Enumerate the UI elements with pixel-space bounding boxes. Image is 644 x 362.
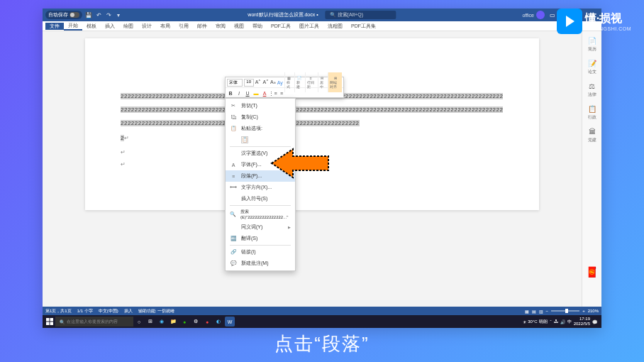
- mini-font-select[interactable]: 宋体: [227, 79, 243, 87]
- menu-insert-symbol[interactable]: 插入符号(S): [226, 193, 295, 204]
- tab-references[interactable]: 引用: [174, 23, 193, 30]
- menu-paste[interactable]: 📋粘贴选项:: [226, 123, 295, 134]
- mini-size-select[interactable]: 10: [244, 79, 253, 87]
- menu-comment[interactable]: 💬新建批注(M): [226, 258, 295, 269]
- menu-synonyms[interactable]: 同义词(Y)▶: [226, 221, 295, 233]
- status-page[interactable]: 第1页，共1页: [45, 308, 72, 314]
- tab-pdf[interactable]: PDF工具: [267, 23, 295, 30]
- tray-vol-icon[interactable]: 🔊: [560, 319, 565, 324]
- wechat-icon[interactable]: ●: [179, 317, 189, 327]
- taskview-icon[interactable]: ⊞: [145, 317, 155, 327]
- status-insert[interactable]: 插入: [124, 308, 133, 314]
- word-task-icon[interactable]: W: [225, 317, 235, 327]
- status-lang[interactable]: 中文(中国): [99, 308, 118, 314]
- weather-widget[interactable]: ☀ 30°C 晴朗: [523, 319, 547, 325]
- record-icon[interactable]: ●: [202, 317, 212, 327]
- paste-keep-icon[interactable]: 📋: [241, 136, 248, 143]
- qat-more-icon[interactable]: ▾: [115, 11, 122, 18]
- svg-rect-0: [46, 318, 50, 322]
- tab-mailings[interactable]: 邮件: [193, 23, 211, 30]
- bullets-icon[interactable]: ⋮≡: [270, 89, 277, 97]
- page[interactable]: 2222222222222222222222222222222222222222…: [85, 38, 539, 210]
- tab-insert[interactable]: 插入: [101, 23, 119, 30]
- zoom-in-icon[interactable]: +: [582, 309, 585, 313]
- gift-icon[interactable]: 🧧: [586, 266, 598, 278]
- menu-reconvert[interactable]: 汉字重选(V): [226, 148, 295, 159]
- italic-icon[interactable]: I: [235, 89, 243, 97]
- toggle-icon: [70, 12, 79, 18]
- settings-icon[interactable]: ⚙: [191, 317, 201, 327]
- mini-spacing-group[interactable]: ≡行间距: [305, 72, 316, 92]
- svg-rect-3: [50, 322, 54, 326]
- paste-icon: 📋: [230, 125, 237, 132]
- menu-paragraph[interactable]: ≡段落(P)...: [226, 170, 295, 182]
- menu-translate[interactable]: 🔤翻译(S): [226, 233, 295, 244]
- grow-font-icon[interactable]: A˄: [255, 79, 262, 87]
- format-painter-icon[interactable]: Aₐ: [270, 79, 276, 87]
- styles-icon[interactable]: Ay: [277, 79, 283, 87]
- panel-item-paper[interactable]: 📝论文: [585, 58, 599, 75]
- auto-save-toggle[interactable]: 自动保存: [45, 11, 82, 19]
- menu-paste-options[interactable]: 📋: [226, 134, 295, 146]
- clock[interactable]: 17:192022/5/5: [574, 317, 590, 327]
- mini-align-group[interactable]: ⊞两端对齐: [328, 72, 342, 92]
- redo-icon[interactable]: ↷: [105, 11, 112, 18]
- zoom-out-icon[interactable]: −: [546, 309, 549, 313]
- edge-icon[interactable]: ◉: [157, 317, 167, 327]
- zoom-level[interactable]: 210%: [588, 309, 599, 313]
- bold-icon[interactable]: B: [227, 89, 234, 97]
- highlight-icon[interactable]: ▬: [252, 89, 260, 97]
- underline-icon[interactable]: U: [244, 89, 251, 97]
- view-web-icon[interactable]: ▥: [539, 309, 543, 314]
- cortana-icon[interactable]: ○: [134, 317, 144, 327]
- title-bar: 自动保存 💾 ↶ ↷ ▾ word默认行缩进怎么设置.docx • 🔍 搜索(A…: [43, 9, 601, 21]
- numbering-icon[interactable]: ≡: [278, 89, 285, 97]
- start-button[interactable]: [44, 316, 55, 327]
- zoom-slider[interactable]: [551, 310, 579, 312]
- tray-ime-icon[interactable]: 中: [567, 319, 572, 325]
- font-color-icon[interactable]: A: [261, 89, 268, 97]
- watermark: 懂·损视 51DONGSHI.COM: [557, 9, 631, 34]
- menu-copy[interactable]: ⿻复制(C): [226, 111, 295, 123]
- menu-cut[interactable]: ✂剪切(T): [226, 100, 295, 111]
- tray-up-icon[interactable]: ˄: [550, 319, 552, 324]
- menu-search[interactable]: 🔍搜索(E)"222222222222222...": [226, 207, 295, 221]
- mini-new-group[interactable]: 📄新建: [294, 72, 303, 92]
- shrink-font-icon[interactable]: A˅: [262, 79, 269, 87]
- tab-file[interactable]: 文件: [45, 23, 64, 30]
- tab-review[interactable]: 审阅: [211, 23, 230, 30]
- undo-icon[interactable]: ↶: [95, 11, 102, 18]
- save-icon[interactable]: 💾: [85, 11, 92, 18]
- taskbar-search[interactable]: 🔍 在这里输入你要搜索的内容: [55, 317, 133, 327]
- tab-flow[interactable]: 流程图: [323, 23, 347, 30]
- tab-layout[interactable]: 布局: [156, 23, 174, 30]
- tab-draw[interactable]: 绘图: [119, 23, 138, 30]
- menu-font[interactable]: A字体(F)...: [226, 159, 295, 170]
- tab-template[interactable]: 模板: [82, 23, 101, 30]
- notifications-icon[interactable]: 💬: [592, 319, 597, 324]
- mini-center-group[interactable]: ⊟居中: [318, 72, 326, 92]
- tray-net-icon[interactable]: 🖧: [554, 319, 558, 324]
- tab-pdfset[interactable]: PDF工具集: [347, 23, 380, 30]
- tell-me-search[interactable]: 🔍 搜索(Alt+Q): [326, 11, 396, 19]
- tab-home[interactable]: 开始: [64, 22, 82, 31]
- tab-design[interactable]: 设计: [138, 23, 156, 30]
- panel-item-admin[interactable]: 📋行政: [585, 104, 599, 121]
- tab-view[interactable]: 视图: [230, 23, 248, 30]
- tab-picture[interactable]: 图片工具: [295, 23, 323, 30]
- taskbar: 🔍 在这里输入你要搜索的内容 ○ ⊞ ◉ 📁 ● ⚙ ● ◐ W ☀ 30°C …: [43, 315, 601, 328]
- menu-text-direction[interactable]: ⟷文字方向(X)...: [226, 182, 295, 193]
- view-read-icon[interactable]: ▦: [525, 309, 529, 314]
- view-print-icon[interactable]: ▤: [532, 309, 536, 314]
- status-acc[interactable]: 辅助功能: 一切就绪: [138, 308, 174, 314]
- panel-item-party[interactable]: 🏛党建: [585, 126, 599, 143]
- panel-item-resume[interactable]: 📄简历: [585, 35, 599, 53]
- menu-link[interactable]: 🔗链接(I): [226, 246, 295, 258]
- app-icon[interactable]: ◐: [213, 317, 223, 327]
- tab-help[interactable]: 帮助: [248, 23, 267, 30]
- mini-styles-group[interactable]: ▦样式: [284, 72, 293, 92]
- account-icon[interactable]: [536, 11, 545, 19]
- panel-item-law[interactable]: ⚖法律: [585, 81, 599, 98]
- explorer-icon[interactable]: 📁: [168, 317, 178, 327]
- status-words[interactable]: 1/1 个字: [77, 308, 93, 314]
